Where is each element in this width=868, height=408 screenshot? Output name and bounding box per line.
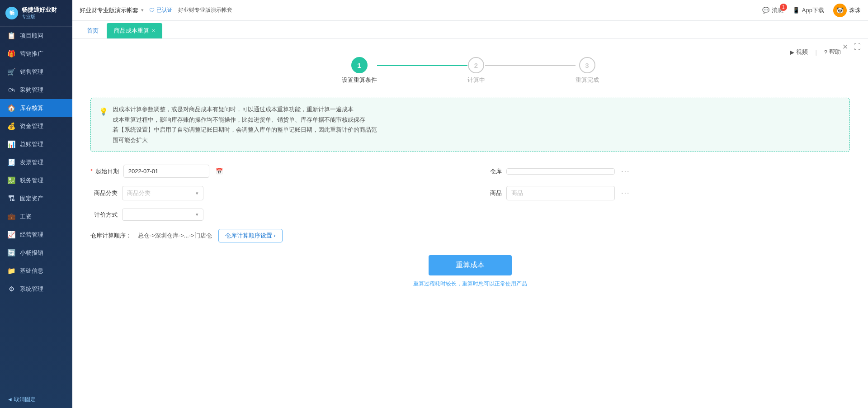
sidebar-item-system[interactable]: ⚙ 系统管理 [0, 280, 72, 298]
sidebar-item-label: 项目顾问 [20, 32, 43, 40]
calc-order-settings-button[interactable]: 仓库计算顺序设置 › [218, 229, 283, 242]
account-selector[interactable]: 好业财专业版演示帐套 ▾ [80, 6, 144, 14]
sidebar-item-label: 系统管理 [20, 285, 43, 293]
calc-order-row: 仓库计算顺序： 总仓->深圳仓库->...->门店仓 仓库计算顺序设置 › [90, 229, 850, 242]
step-1-label: 设置重算条件 [342, 76, 377, 84]
message-icon: 💬 [762, 7, 769, 14]
calc-order-btn-label: 仓库计算顺序设置 › [225, 232, 276, 240]
sidebar-item-label: 税务管理 [20, 176, 43, 185]
sidebar-item-assets[interactable]: 🏗 固定资产 [0, 190, 72, 208]
main-area: 好业财专业版演示帐套 ▾ 🛡 已认证 好业财专业版演示帐套 💬 消息 1 📱 A… [72, 0, 868, 408]
account-name: 好业财专业版演示帐套 [80, 6, 138, 14]
info-line2: 成本重算过程中，影响库存账的操作均不能操作，比如进货单、销货单、库存单据不能审核… [113, 115, 377, 125]
project-icon: 📋 [7, 32, 15, 40]
recalc-tip: 重算过程耗时较长，重算时您可以正常使用产品 [413, 280, 527, 288]
steps-container: 1 设置重算条件 2 计算中 3 重算完成 [90, 52, 850, 84]
sidebar-item-label: 总账管理 [20, 140, 43, 148]
recalc-button[interactable]: 重算成本 [429, 255, 512, 275]
sidebar-pin-label: ◄ 取消固定 [7, 396, 36, 403]
start-date-input[interactable] [123, 165, 209, 178]
step-line-1 [377, 65, 467, 66]
content-area: ✕ ⛶ ▶ 视频 | ? 帮助 1 设置重算条件 [72, 39, 868, 408]
pricing-select[interactable]: ▾ [122, 209, 203, 221]
sidebar-item-sales[interactable]: 🛒 销售管理 [0, 63, 72, 81]
step-3-num: 3 [585, 62, 589, 69]
messages-button[interactable]: 💬 消息 1 [762, 6, 783, 14]
verified-badge: 🛡 已认证 [149, 6, 173, 14]
sidebar: 畅 畅捷通好业财 专业版 📋 项目顾问 🎁 营销推广 🛒 销售管理 🛍 采购管理… [0, 0, 72, 408]
info-box: 💡 因成本计算参数调整，或是对商品成本有疑问时，可以通过成本重算功能，重新计算一… [90, 98, 850, 152]
category-placeholder: 商品分类 [127, 189, 193, 197]
sidebar-item-label: 库存核算 [20, 104, 43, 112]
sidebar-item-marketing[interactable]: 🎁 营销推广 [0, 45, 72, 63]
sidebar-item-expense[interactable]: 🔄 小畅报销 [0, 244, 72, 262]
tab-cost-recalc-label: 商品成本重算 [114, 27, 149, 35]
sidebar-item-label: 销售管理 [20, 68, 43, 76]
warehouse-more-icon[interactable]: ··· [621, 167, 630, 176]
info-line4: 围可能会扩大 [113, 135, 377, 146]
sidebar-subtitle: 专业版 [22, 14, 57, 20]
salary-icon: 💼 [7, 213, 15, 221]
tabs-bar: 首页 商品成本重算 × [72, 21, 868, 39]
sidebar-item-invoice[interactable]: 🧾 发票管理 [0, 153, 72, 171]
step-1-num: 1 [357, 62, 361, 69]
sidebar-item-inventory[interactable]: 🏠 库存核算 [0, 99, 72, 117]
sidebar-item-project[interactable]: 📋 项目顾问 [0, 27, 72, 45]
sidebar-item-basic[interactable]: 📁 基础信息 [0, 262, 72, 280]
step-2-circle: 2 [468, 57, 484, 73]
sidebar-item-salary[interactable]: 💼 工资 [0, 208, 72, 226]
step-1-circle: 1 [351, 57, 368, 73]
sidebar-pin-toggle[interactable]: ◄ 取消固定 [0, 391, 72, 408]
sidebar-item-accounting[interactable]: 📊 总账管理 [0, 135, 72, 153]
sidebar-item-operations[interactable]: 📈 经营管理 [0, 226, 72, 244]
tab-cost-recalc[interactable]: 商品成本重算 × [107, 23, 162, 38]
form-row-1: * 起始日期 📅 仓库 ··· [90, 165, 850, 178]
goods-field: 商品 商品 ··· [475, 186, 850, 200]
topbar-account-label: 好业财专业版演示帐套 [178, 6, 232, 14]
expand-window-button[interactable]: ⛶ [854, 43, 861, 51]
sidebar-item-label: 采购管理 [20, 86, 43, 94]
sidebar-item-label: 固定资产 [20, 195, 43, 203]
sidebar-item-label: 小畅报销 [20, 249, 43, 257]
system-icon: ⚙ [7, 285, 15, 293]
finance-icon: 💰 [7, 122, 15, 130]
step-3-circle: 3 [579, 57, 595, 73]
assets-icon: 🏗 [7, 195, 15, 202]
category-label: 商品分类 [90, 189, 118, 197]
sidebar-item-purchase[interactable]: 🛍 采购管理 [0, 81, 72, 99]
accounting-icon: 📊 [7, 140, 15, 148]
close-window-button[interactable]: ✕ [842, 43, 848, 51]
operations-icon: 📈 [7, 231, 15, 239]
app-download-button[interactable]: 📱 App下载 [793, 6, 824, 14]
tab-home[interactable]: 首页 [80, 23, 106, 38]
sidebar-item-tax[interactable]: 💹 税务管理 [0, 171, 72, 190]
messages-badge: 1 [780, 4, 787, 11]
sidebar-logo: 畅 [5, 7, 18, 19]
tax-icon: 💹 [7, 176, 15, 185]
app-download-label: App下载 [802, 6, 824, 14]
category-select[interactable]: 商品分类 ▾ [122, 186, 203, 200]
tab-close-icon[interactable]: × [152, 28, 155, 34]
shield-icon: 🛡 [149, 7, 155, 14]
step-3-label: 重算完成 [576, 76, 599, 84]
warehouse-field: 仓库 ··· [475, 167, 850, 176]
sidebar-item-finance[interactable]: 💰 资金管理 [0, 117, 72, 135]
category-field: 商品分类 商品分类 ▾ [90, 186, 466, 200]
step-2-label: 计算中 [467, 76, 485, 84]
info-text: 因成本计算参数调整，或是对商品成本有疑问时，可以通过成本重算功能，重新计算一遍成… [113, 104, 377, 145]
calc-order-label: 仓库计算顺序： [90, 232, 132, 240]
sales-icon: 🛒 [7, 68, 15, 76]
calendar-icon[interactable]: 📅 [216, 168, 223, 175]
warehouse-select[interactable] [506, 168, 615, 175]
topbar: 好业财专业版演示帐套 ▾ 🛡 已认证 好业财专业版演示帐套 💬 消息 1 📱 A… [72, 0, 868, 21]
sidebar-item-label: 工资 [20, 213, 32, 221]
basic-icon: 📁 [7, 267, 15, 275]
invoice-icon: 🧾 [7, 158, 15, 166]
warehouse-label: 仓库 [475, 167, 502, 176]
user-avatar-area[interactable]: 🐼 珠珠 [833, 4, 861, 17]
form-row-pricing: 计价方式 ▾ [90, 209, 850, 221]
goods-select[interactable]: 商品 [506, 186, 615, 200]
goods-more-icon[interactable]: ··· [621, 189, 630, 197]
calc-order-value: 总仓->深圳仓库->...->门店仓 [138, 232, 212, 240]
form-row-2: 商品分类 商品分类 ▾ 商品 商品 ··· [90, 186, 850, 200]
